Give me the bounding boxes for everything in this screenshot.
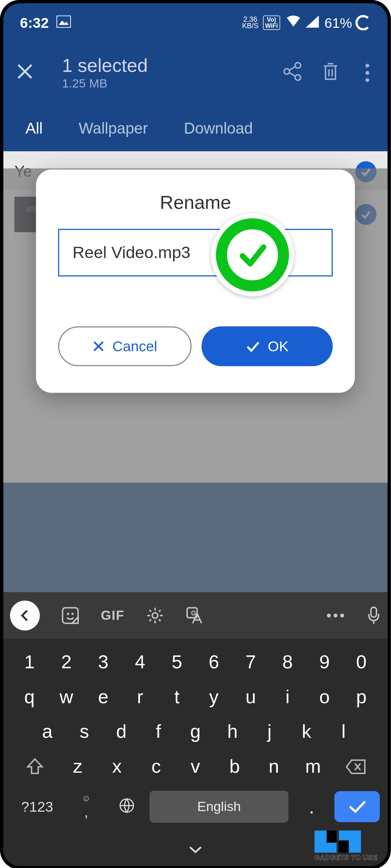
keyboard-row-q: q w e r t y u i o p (7, 679, 384, 714)
keyboard-more-icon[interactable] (326, 613, 346, 618)
key-z[interactable]: z (58, 756, 98, 777)
key-0[interactable]: 0 (343, 651, 380, 673)
svg-point-6 (71, 613, 74, 615)
key-6[interactable]: 6 (196, 651, 232, 673)
keyboard-settings-icon[interactable] (146, 606, 165, 625)
comma-key[interactable]: ☺ , (69, 793, 104, 820)
key-w[interactable]: w (48, 686, 85, 708)
svg-point-10 (327, 614, 331, 617)
key-k[interactable]: k (288, 721, 325, 743)
selection-appbar: 1 selected 1.25 MB (3, 42, 388, 103)
wifi-icon (286, 14, 301, 32)
key-h[interactable]: h (214, 721, 251, 743)
vowifi-icon: Vo)WiFi (263, 16, 280, 30)
key-2[interactable]: 2 (48, 651, 85, 673)
key-d[interactable]: d (103, 721, 140, 743)
sticker-icon[interactable] (61, 606, 80, 625)
language-key[interactable] (109, 797, 144, 817)
svg-point-11 (333, 614, 337, 617)
svg-point-7 (152, 613, 158, 618)
dialog-title: Rename (58, 192, 333, 213)
key-o[interactable]: o (306, 686, 343, 708)
key-1[interactable]: 1 (11, 651, 48, 673)
symbols-key[interactable]: ?123 (11, 798, 63, 815)
key-c[interactable]: c (137, 756, 176, 777)
keyboard-row-numbers: 1 2 3 4 5 6 7 8 9 0 (7, 644, 384, 679)
svg-rect-13 (371, 607, 376, 617)
more-options-button[interactable] (359, 63, 375, 82)
ok-button[interactable]: OK (202, 326, 333, 366)
key-p[interactable]: p (343, 686, 380, 708)
period-key[interactable]: . (294, 796, 329, 817)
svg-point-3 (295, 75, 301, 80)
key-5[interactable]: 5 (159, 651, 196, 673)
status-bar: 6:32 2.36KB/S Vo)WiFi 61% (3, 3, 388, 42)
cancel-button[interactable]: Cancel (58, 326, 192, 366)
svg-point-2 (284, 69, 289, 74)
collapse-keyboard-icon[interactable] (188, 844, 203, 856)
keyboard-row-bottom: ?123 ☺ , English . (7, 784, 384, 829)
key-r[interactable]: r (122, 686, 159, 708)
key-7[interactable]: 7 (232, 651, 269, 673)
clock: 6:32 (20, 14, 49, 32)
onscreen-keyboard: GIF G 1 2 3 4 (3, 592, 388, 866)
backspace-key[interactable] (333, 756, 380, 777)
key-a[interactable]: a (29, 721, 66, 743)
key-t[interactable]: t (159, 686, 196, 708)
delete-button[interactable] (322, 61, 339, 83)
signal-icon (306, 14, 319, 32)
keyboard-back-button[interactable] (10, 600, 40, 630)
check-icon (246, 340, 260, 352)
keyboard-row-a: a s d f g h j k l (7, 714, 384, 749)
svg-text:G: G (191, 609, 196, 617)
svg-rect-0 (57, 15, 71, 27)
key-v[interactable]: v (176, 756, 215, 777)
network-speed: 2.36KB/S (242, 16, 258, 29)
tab-wallpaper[interactable]: Wallpaper (79, 120, 148, 137)
battery-percent: 61% (324, 15, 352, 31)
keyboard-row-z: z x c v b n m (7, 749, 384, 784)
svg-point-12 (340, 614, 344, 617)
selection-count: 1 selected (62, 55, 263, 76)
selection-size: 1.25 MB (62, 76, 263, 91)
key-s[interactable]: s (66, 721, 103, 743)
key-x[interactable]: x (97, 756, 137, 777)
watermark-logo-icon (314, 830, 378, 852)
translate-icon[interactable]: G (185, 606, 204, 625)
tab-all[interactable]: All (25, 120, 43, 137)
key-i[interactable]: i (269, 686, 306, 708)
highlight-annotation (211, 213, 294, 296)
image-notification-icon (57, 14, 71, 32)
watermark: GADGETS TO USE (314, 830, 378, 862)
key-l[interactable]: l (325, 721, 362, 743)
key-e[interactable]: e (85, 686, 122, 708)
key-q[interactable]: q (11, 686, 48, 708)
space-key[interactable]: English (149, 791, 289, 823)
folder-tabs: All Wallpaper Download (3, 103, 388, 151)
emoji-hint-icon: ☺ (82, 793, 91, 803)
key-j[interactable]: j (251, 721, 288, 743)
gif-button[interactable]: GIF (101, 608, 124, 623)
tab-download[interactable]: Download (184, 120, 253, 137)
rename-dialog: Rename Cancel OK (36, 170, 355, 393)
close-selection-button[interactable] (16, 62, 35, 83)
share-button[interactable] (282, 61, 302, 83)
shift-key[interactable] (11, 756, 58, 777)
key-9[interactable]: 9 (306, 651, 343, 673)
key-3[interactable]: 3 (85, 651, 122, 673)
enter-key[interactable] (334, 791, 380, 822)
key-f[interactable]: f (140, 721, 177, 743)
loading-icon (355, 15, 371, 31)
close-icon (92, 340, 105, 352)
mic-icon[interactable] (367, 606, 381, 625)
key-n[interactable]: n (254, 756, 293, 777)
key-y[interactable]: y (196, 686, 232, 708)
key-b[interactable]: b (215, 756, 254, 777)
svg-point-5 (67, 613, 69, 615)
svg-point-1 (295, 63, 301, 68)
key-8[interactable]: 8 (269, 651, 306, 673)
key-m[interactable]: m (293, 756, 333, 777)
key-u[interactable]: u (232, 686, 269, 708)
key-4[interactable]: 4 (122, 651, 159, 673)
key-g[interactable]: g (177, 721, 214, 743)
